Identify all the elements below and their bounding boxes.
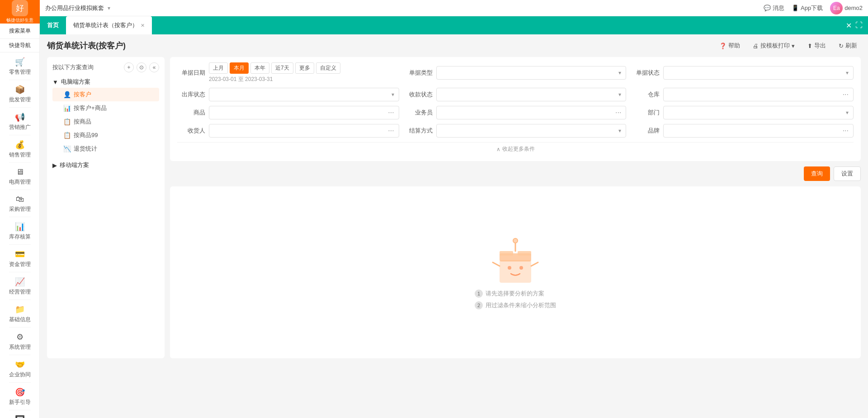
appcenter-icon: 🔲 bbox=[15, 415, 25, 418]
sales-icon: 💰 bbox=[15, 140, 25, 150]
sidebar-item-operation[interactable]: 📈经营管理 bbox=[9, 272, 31, 300]
sidebar-item-system[interactable]: ⚙系统管理 bbox=[9, 328, 31, 355]
dept-chevron-icon: ▾ bbox=[846, 109, 849, 116]
sidebar-item-wholesale[interactable]: 📦批发管理 bbox=[9, 80, 31, 108]
newbie-icon: 🎯 bbox=[15, 387, 25, 397]
empty-state: 1 请先选择要分析的方案 2 用过滤条件来缩小分析范围 bbox=[170, 186, 861, 358]
refresh-btn[interactable]: ↻ 刷新 bbox=[835, 40, 861, 52]
user-profile[interactable]: Ea demo2 bbox=[830, 2, 863, 14]
page-actions: ❓ 帮助 🖨 按模板打印 ▾ ⬆ 导出 ↻ 刷新 bbox=[716, 40, 861, 52]
sidebar-item-inventory[interactable]: 📊库存核算 bbox=[9, 217, 31, 245]
custom-btn[interactable]: 自定义 bbox=[316, 62, 340, 74]
sidebar-item-retail[interactable]: 🛒零售管理 bbox=[9, 52, 31, 80]
receiver-filter: 收货人 ··· bbox=[177, 124, 399, 138]
type-filter-item: 单据类型 ▾ bbox=[405, 62, 627, 83]
help-btn[interactable]: ❓ 帮助 bbox=[716, 40, 744, 52]
app-download-label: App下载 bbox=[801, 4, 823, 12]
tip1-num: 1 bbox=[475, 290, 483, 298]
sidebar-item-appcenter[interactable]: 🔲应用中心 bbox=[9, 410, 31, 418]
more-btn[interactable]: 更多 bbox=[295, 62, 314, 74]
scheme-by-product[interactable]: 📋 按商品 bbox=[52, 115, 159, 128]
sidebar-item-ecommerce[interactable]: 🖥电商管理 bbox=[9, 163, 31, 190]
enterprise-icon: 🤝 bbox=[15, 360, 25, 370]
brand-select[interactable]: ··· bbox=[663, 124, 854, 138]
scheme-by-product99[interactable]: 📋 按商品99 bbox=[52, 128, 159, 142]
help-icon: ❓ bbox=[719, 43, 726, 49]
sidebar-item-label-enterprise: 企业协同 bbox=[9, 371, 31, 379]
status-filter-item: 单据状态 ▾ bbox=[632, 62, 854, 83]
scheme-customer-product[interactable]: 📊 按客户+商品 bbox=[52, 101, 159, 115]
type-select[interactable]: ▾ bbox=[436, 66, 627, 80]
product-select[interactable]: ··· bbox=[209, 106, 399, 119]
last-month-btn[interactable]: 上月 bbox=[209, 62, 228, 74]
date-btn-group: 上月 本月 本年 近7天 更多 自定义 bbox=[209, 62, 399, 74]
sidebar-item-label-inventory: 库存核算 bbox=[9, 233, 31, 241]
main-area: 办公用品行业模拟账套 ▾ 💬 消息 📱 App下载 Ea demo2 首页 销货… bbox=[40, 0, 868, 418]
this-month-btn[interactable]: 本月 bbox=[230, 62, 249, 74]
collapse-bar[interactable]: ∧ 收起更多条件 bbox=[177, 142, 854, 156]
app-download-btn[interactable]: 📱 App下载 bbox=[792, 4, 823, 12]
export-icon: ⬆ bbox=[807, 43, 812, 49]
export-label: 导出 bbox=[814, 42, 826, 50]
tab-controls: ✕ ⛶ bbox=[846, 21, 868, 30]
out-status-select[interactable]: ▾ bbox=[209, 88, 399, 101]
username: demo2 bbox=[844, 5, 863, 11]
add-scheme-btn[interactable]: + bbox=[124, 62, 134, 72]
topbar-right: 💬 消息 📱 App下载 Ea demo2 bbox=[764, 2, 863, 14]
scheme-by-customer[interactable]: 👤 按客户 bbox=[52, 88, 159, 101]
search-menu[interactable]: 搜索菜单 bbox=[0, 24, 39, 39]
sidebar-item-enterprise[interactable]: 🤝企业协同 bbox=[9, 355, 31, 383]
message-label: 消息 bbox=[773, 4, 784, 12]
collect-label: 收款状态 bbox=[405, 90, 436, 99]
sidebar-item-label-marketing: 营销推广 bbox=[9, 124, 31, 131]
sidebar-item-sales[interactable]: 💰销售管理 bbox=[9, 135, 31, 163]
sidebar-item-marketing[interactable]: 📢营销推广 bbox=[9, 108, 31, 135]
avatar: Ea bbox=[830, 2, 843, 14]
print-chevron-icon: ▾ bbox=[792, 43, 795, 49]
sidebar-item-basic[interactable]: 📁基础信息 bbox=[9, 300, 31, 328]
query-btn[interactable]: 查询 bbox=[804, 166, 830, 181]
tab-home[interactable]: 首页 bbox=[40, 16, 66, 34]
collapse-panel-btn[interactable]: « bbox=[149, 62, 159, 72]
print-btn[interactable]: 🖨 按模板打印 ▾ bbox=[749, 40, 798, 52]
pc-arrow-icon: ▼ bbox=[52, 79, 58, 86]
collect-status-filter: 收款状态 ▾ bbox=[405, 88, 627, 101]
receiver-dots-icon: ··· bbox=[388, 127, 394, 135]
settle-filter: 结算方式 ▾ bbox=[405, 124, 627, 138]
refresh-icon: ↻ bbox=[839, 43, 844, 49]
out-chevron-icon: ▾ bbox=[392, 91, 394, 98]
svg-line-9 bbox=[531, 262, 538, 266]
tab-sales-stat[interactable]: 销货单统计表（按客户） ✕ bbox=[66, 16, 152, 34]
topbar: 办公用品行业模拟账套 ▾ 💬 消息 📱 App下载 Ea demo2 bbox=[40, 0, 868, 16]
sidebar-item-label-purchase: 采购管理 bbox=[9, 205, 31, 213]
settle-select[interactable]: ▾ bbox=[436, 124, 627, 138]
maximize-icon[interactable]: ⛶ bbox=[855, 21, 863, 29]
pc-scheme-title[interactable]: ▼ 电脑端方案 bbox=[52, 76, 159, 88]
status-select[interactable]: ▾ bbox=[663, 66, 854, 80]
tab-sales-stat-label: 销货单统计表（按客户） bbox=[73, 21, 138, 29]
sidebar-item-purchase[interactable]: 🛍采购管理 bbox=[9, 190, 31, 217]
salesperson-select[interactable]: ··· bbox=[436, 106, 627, 119]
left-panel-header: 按以下方案查询 + ⊙ « bbox=[52, 62, 159, 72]
quick-nav[interactable]: 快捷导航 bbox=[0, 39, 39, 52]
scheme-return-stat[interactable]: 📉 退货统计 bbox=[52, 142, 159, 156]
export-btn[interactable]: ⬆ 导出 bbox=[804, 40, 830, 52]
warehouse-select[interactable]: ··· bbox=[663, 88, 854, 101]
brand-filter: 品牌 ··· bbox=[632, 124, 854, 138]
last7days-btn[interactable]: 近7天 bbox=[271, 62, 293, 74]
dept-select[interactable]: ▾ bbox=[663, 106, 854, 119]
settings-btn[interactable]: 设置 bbox=[834, 166, 861, 181]
message-btn[interactable]: 💬 消息 bbox=[764, 4, 784, 12]
filter-row-4: 收货人 ··· 结算方式 ▾ bbox=[177, 124, 854, 138]
sidebar-item-newbie[interactable]: 🎯新手引导 bbox=[9, 383, 31, 410]
edit-scheme-btn[interactable]: ⊙ bbox=[137, 62, 146, 72]
mobile-scheme-title[interactable]: ▶ 移动端方案 bbox=[52, 159, 159, 171]
topbar-dropdown[interactable]: ▾ bbox=[108, 5, 110, 11]
collect-select[interactable]: ▾ bbox=[436, 88, 627, 101]
receiver-select[interactable]: ··· bbox=[209, 124, 399, 138]
sidebar-item-finance[interactable]: 💳资金管理 bbox=[9, 245, 31, 272]
app-logo[interactable]: 好 畅捷信好生意 bbox=[0, 0, 40, 24]
this-year-btn[interactable]: 本年 bbox=[250, 62, 269, 74]
close-window-icon[interactable]: ✕ bbox=[846, 21, 852, 30]
tab-close-icon[interactable]: ✕ bbox=[141, 23, 145, 28]
